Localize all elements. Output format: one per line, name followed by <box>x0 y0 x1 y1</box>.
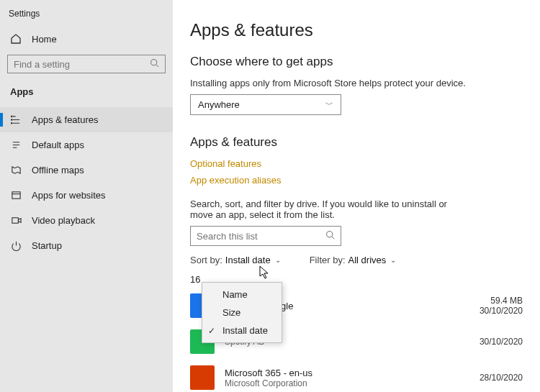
video-playback-icon <box>10 215 22 226</box>
page-title: Apps & features <box>190 20 523 40</box>
sidebar-item-label: Default apps <box>32 140 84 150</box>
home-button[interactable]: Home <box>0 27 173 50</box>
apps-websites-icon <box>10 190 22 201</box>
chevron-down-icon: ⌄ <box>275 256 281 264</box>
app-execution-aliases-link[interactable]: App execution aliases <box>190 175 281 186</box>
sidebar-item-apps-for-websites[interactable]: Apps for websites <box>0 183 173 208</box>
filter-by-value: All drives <box>348 255 387 265</box>
sidebar-item-video-playback[interactable]: Video playback <box>0 208 173 233</box>
offline-maps-icon <box>10 165 22 176</box>
sort-by-label: Sort by: <box>190 255 222 265</box>
sort-option-label: Name <box>222 289 248 300</box>
app-date: 30/10/2020 <box>458 337 523 347</box>
app-search-box[interactable] <box>190 226 341 246</box>
search-icon <box>325 230 335 242</box>
sidebar-search-input[interactable] <box>14 59 150 70</box>
app-publisher: Microsoft Corporation <box>225 378 448 388</box>
sidebar-item-label: Apps for websites <box>32 190 106 201</box>
app-name: Microsoft 365 - en-us <box>225 368 448 378</box>
app-row[interactable]: Microsoft 365 - en-us Microsoft Corporat… <box>190 360 523 392</box>
sort-option-size[interactable]: Size <box>202 304 282 322</box>
app-size: 59.4 MB <box>458 296 523 306</box>
default-apps-icon <box>10 140 22 150</box>
sidebar-item-apps-features[interactable]: Apps & features <box>0 107 173 132</box>
apps-features-icon <box>10 114 22 125</box>
optional-features-link[interactable]: Optional features <box>190 158 261 169</box>
svg-point-1 <box>11 116 12 117</box>
sidebar-item-default-apps[interactable]: Default apps <box>0 132 173 158</box>
sidebar-item-startup[interactable]: Startup <box>0 233 173 258</box>
sidebar-item-label: Offline maps <box>32 165 84 176</box>
app-date: 28/10/2020 <box>458 373 523 383</box>
startup-icon <box>10 240 22 251</box>
sort-by-control[interactable]: Sort by: Install date ⌄ <box>190 255 281 265</box>
filter-by-control[interactable]: Filter by: All drives ⌄ <box>310 255 397 265</box>
sidebar-section-label: Apps <box>0 81 173 101</box>
filter-by-label: Filter by: <box>310 255 346 265</box>
app-icon <box>190 365 215 390</box>
chevron-down-icon: ﹀ <box>325 99 333 110</box>
sort-by-value: Install date <box>225 255 271 265</box>
check-icon: ✓ <box>208 326 217 336</box>
window-title: Settings <box>0 6 173 27</box>
app-date: 30/10/2020 <box>458 306 523 316</box>
app-search-input[interactable] <box>197 231 325 242</box>
svg-rect-4 <box>12 192 19 199</box>
apps-features-section-title: Apps & features <box>190 135 523 150</box>
sidebar-search[interactable] <box>7 55 166 73</box>
choose-apps-title: Choose where to get apps <box>190 55 523 69</box>
search-desc: Search, sort, and filter by drive. If yo… <box>190 199 449 220</box>
choose-apps-dropdown[interactable]: Anywhere ﹀ <box>190 94 341 115</box>
sort-option-label: Size <box>222 307 240 318</box>
svg-point-3 <box>11 122 12 124</box>
sidebar-item-label: Apps & features <box>32 114 99 125</box>
home-icon <box>10 33 22 45</box>
sidebar-item-label: Startup <box>32 240 62 251</box>
sort-menu-popup: Name Size ✓ Install date <box>202 282 282 343</box>
sidebar-item-label: Video playback <box>32 215 95 226</box>
svg-point-0 <box>151 60 157 65</box>
sidebar-item-offline-maps[interactable]: Offline maps <box>0 158 173 183</box>
sort-option-name[interactable]: Name <box>202 286 282 304</box>
chevron-down-icon: ⌄ <box>390 256 396 264</box>
choose-apps-value: Anywhere <box>198 99 240 110</box>
sort-option-install-date[interactable]: ✓ Install date <box>202 322 282 339</box>
search-icon <box>150 58 159 70</box>
svg-rect-5 <box>12 218 17 224</box>
svg-point-2 <box>11 119 12 121</box>
home-label: Home <box>32 34 57 45</box>
svg-point-6 <box>327 232 333 237</box>
choose-apps-desc: Installing apps only from Microsoft Stor… <box>190 78 523 88</box>
sort-option-label: Install date <box>222 325 268 336</box>
